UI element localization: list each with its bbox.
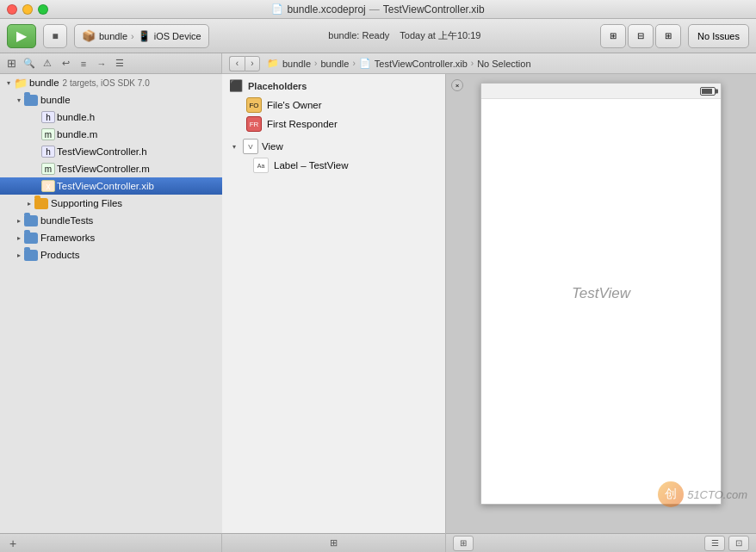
title-viewfile: TestViewController.xib — [383, 3, 485, 16]
sidebar-item-bundletests[interactable]: bundleTests — [0, 212, 222, 229]
nav-forward-button[interactable]: › — [245, 56, 260, 71]
breadcrumb-bundle[interactable]: bundle — [282, 59, 311, 69]
canvas-inspector-btn[interactable]: ☰ — [704, 536, 725, 551]
file-navigator: 📁 bundle 2 targets, iOS SDK 7.0 bundle h — [0, 74, 222, 533]
sidebar-item-tvc-m[interactable]: m TestViewController.m — [0, 160, 222, 177]
title-bar: 📄 bundle.xcodeproj — TestViewController.… — [0, 0, 756, 19]
sidebar-tvc-m-label: TestViewController.m — [57, 164, 150, 174]
project-icon: 📄 — [271, 3, 283, 15]
sidebar-nav-btn-7[interactable]: ☰ — [112, 56, 127, 71]
issues-text: No Issues — [697, 31, 740, 41]
sidebar-item-tvc-xib[interactable]: x TestViewController.xib — [0, 177, 222, 195]
sidebar-item-tvc-h[interactable]: h TestViewController.h — [0, 143, 222, 160]
scheme-sep: › — [131, 31, 134, 41]
filesowner-item[interactable]: FO File's Owner — [222, 96, 445, 115]
sidebar-nav-btn-5[interactable]: ≡ — [76, 56, 91, 71]
run-icon: ▶ — [16, 28, 27, 44]
debug-toggle[interactable]: ⊟ — [628, 24, 654, 48]
close-button[interactable] — [7, 4, 17, 15]
sidebar-item-frameworks[interactable]: Frameworks — [0, 229, 222, 246]
navigator-toggle[interactable]: ⊞ — [600, 24, 626, 48]
sidebar-nav-btn-4[interactable]: ↩ — [58, 56, 73, 71]
ios-status-bar — [481, 84, 721, 99]
filesowner-icon: FO — [246, 97, 262, 113]
device-icon: 📱 — [138, 30, 151, 42]
triangle-supporting[interactable] — [24, 198, 34, 208]
sidebar-add-button[interactable]: + — [5, 536, 21, 551]
stop-button[interactable]: ■ — [43, 24, 67, 48]
watermark-text: 51CTO.com — [687, 488, 747, 501]
canvas-bottom-bar: ⊞ ☰ ⊡ — [446, 533, 756, 552]
sidebar-nav-btn-2[interactable]: 🔍 — [22, 56, 37, 71]
sidebar-item-bundle-h[interactable]: h bundle.h — [0, 109, 222, 126]
firstresponder-item[interactable]: FR First Responder — [222, 115, 445, 133]
status-text: bundle: Ready Today at 上午10:19 — [328, 30, 480, 40]
sidebar-bundletests-label: bundleTests — [40, 215, 93, 226]
h-file-icon-2: h — [41, 146, 55, 158]
sidebar-item-supporting-files[interactable]: Supporting Files — [0, 195, 222, 212]
sidebar-item-bundle-folder[interactable]: bundle — [0, 91, 222, 109]
watermark: 创 51CTO.com — [658, 481, 747, 507]
sidebar-bundle-folder-label: bundle — [40, 95, 71, 105]
breadcrumb-selection: No Selection — [477, 59, 530, 69]
sidebar-bottom-bar: + — [0, 533, 222, 552]
triangle-root[interactable] — [3, 78, 14, 88]
triangle-products[interactable] — [14, 250, 24, 260]
label-icon: Aa — [253, 158, 269, 173]
canvas-view-toggle[interactable]: ⊞ — [453, 536, 474, 551]
window-title: 📄 bundle.xcodeproj — TestViewController.… — [271, 3, 484, 16]
title-sep: — — [369, 3, 380, 16]
view-label: View — [262, 141, 283, 152]
scheme-icon: 📦 — [82, 29, 96, 42]
view-header[interactable]: V View — [222, 137, 445, 156]
triangle-bundletests[interactable] — [14, 215, 24, 226]
sidebar-products-label: Products — [40, 250, 79, 260]
canvas-area[interactable]: × TestView — [446, 74, 756, 533]
canvas-bottom-right: ☰ ⊡ — [704, 536, 749, 551]
canvas-scale-btn[interactable]: ⊡ — [728, 536, 749, 551]
scheme-selector[interactable]: 📦 bundle › 📱 iOS Device — [74, 24, 209, 48]
placeholders-icon: ⬛ — [229, 79, 243, 92]
sidebar-bundle-m-label: bundle.m — [57, 129, 97, 140]
view-icon: V — [243, 139, 258, 154]
sidebar-supporting-label: Supporting Files — [51, 198, 122, 208]
breadcrumb-xib[interactable]: TestViewController.xib — [375, 59, 468, 69]
nav-back-button[interactable]: ‹ — [229, 56, 245, 71]
inspector-toggle[interactable]: ⊞ — [655, 24, 681, 48]
scheme-project: bundle — [99, 31, 127, 41]
minimize-button[interactable] — [22, 4, 33, 15]
canvas-column: × TestView — [446, 74, 756, 552]
toolbar-right-buttons: ⊞ ⊟ ⊞ — [600, 24, 681, 48]
sidebar-root-sublabel: 2 targets, iOS SDK 7.0 — [63, 78, 150, 88]
object-panel-bottom-bar: ⊞ — [222, 533, 445, 552]
sidebar-item-products[interactable]: Products — [0, 246, 222, 264]
sidebar-frameworks-label: Frameworks — [40, 233, 95, 243]
canvas-close-button[interactable]: × — [451, 79, 463, 91]
placeholders-section-header: ⬛ Placeholders — [222, 74, 445, 96]
sidebar-nav-btn-3[interactable]: ⚠ — [40, 56, 55, 71]
toolbar-status: bundle: Ready Today at 上午10:19 — [216, 29, 593, 42]
nav-arrows: ‹ › — [229, 56, 260, 71]
sidebar-item-root[interactable]: 📁 bundle 2 targets, iOS SDK 7.0 — [0, 74, 222, 91]
xib-file-icon: x — [41, 180, 55, 192]
label-testview-item[interactable]: Aa Label – TestView — [222, 156, 445, 175]
sidebar-nav-btn-1[interactable]: ⊞ — [3, 56, 19, 71]
ios-screen: TestView — [480, 83, 722, 505]
obj-bottom-btn-1[interactable]: ⊞ — [324, 536, 344, 551]
sidebar-nav-btn-6[interactable]: → — [94, 56, 109, 71]
toolbar: ▶ ■ 📦 bundle › 📱 iOS Device bundle: Read… — [0, 19, 756, 53]
issues-button[interactable]: No Issues — [688, 24, 749, 48]
object-panel: ⬛ Placeholders FO File's Owner FR First … — [222, 74, 445, 533]
stop-icon: ■ — [52, 30, 58, 42]
triangle-view[interactable] — [229, 141, 239, 152]
triangle-bundle[interactable] — [14, 95, 24, 105]
h-file-icon-1: h — [41, 111, 55, 123]
run-button[interactable]: ▶ — [7, 24, 36, 48]
sidebar-item-bundle-m[interactable]: m bundle.m — [0, 126, 222, 143]
sidebar-toolbar: ⊞ 🔍 ⚠ ↩ ≡ → ☰ — [0, 53, 222, 74]
firstresponder-icon: FR — [246, 116, 262, 132]
breadcrumb-bundle2[interactable]: bundle — [320, 59, 349, 69]
maximize-button[interactable] — [38, 4, 48, 15]
triangle-frameworks[interactable] — [14, 233, 24, 243]
project-file-icon: 📁 — [14, 77, 28, 89]
